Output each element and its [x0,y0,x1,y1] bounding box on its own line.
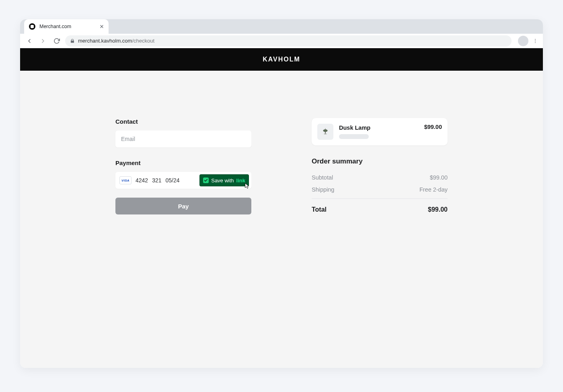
order-summary: Dusk Lamp $99.00 Order summary Subtotal … [312,118,448,352]
subtotal-value: $99.00 [430,174,448,181]
pay-button[interactable]: Pay [115,198,251,214]
card-input-row[interactable]: VISA 4242 321 05/24 Sav [115,172,251,189]
svg-point-7 [324,134,327,135]
summary-title: Order summary [312,157,448,165]
visa-icon: VISA [119,176,132,184]
tab-strip: Merchant.com [20,19,543,34]
product-text: Dusk Lamp [339,125,370,139]
total-label: Total [312,206,327,213]
product-subtext-skeleton [339,134,369,139]
reload-button[interactable] [51,36,62,46]
product-thumbnail [317,124,333,140]
product-price: $99.00 [424,124,442,130]
card-last4: 4242 [136,177,148,184]
lock-icon [70,39,75,43]
visa-text: VISA [121,179,129,182]
save-label: Save with [211,178,234,184]
back-button[interactable] [24,36,35,46]
brand-bar: KAVHOLM [20,48,543,71]
svg-point-5 [323,129,328,132]
card-exp: 05/24 [166,177,180,184]
forward-button[interactable] [38,36,48,46]
menu-button[interactable] [532,36,539,46]
browser-window: Merchant.com merchant.kavholm.com/c [20,19,543,368]
summary-shipping: Shipping Free 2-day [312,186,448,193]
summary-total: Total $99.00 [312,198,448,213]
shipping-label: Shipping [312,186,334,193]
tab-title: Merchant.com [39,24,95,29]
shipping-value: Free 2-day [419,186,448,193]
svg-point-4 [535,42,536,43]
subtotal-label: Subtotal [312,174,333,181]
checkout-form: Contact Payment VISA 4242 321 05/24 [115,118,251,352]
close-icon[interactable] [99,24,105,29]
viewport: Merchant.com merchant.kavholm.com/c [0,0,563,392]
address-url-path: /checkout [132,38,154,44]
link-brand: link [236,178,245,184]
browser-tab[interactable]: Merchant.com [24,19,109,34]
card-cvc: 321 [152,177,161,184]
product-card: Dusk Lamp $99.00 [312,118,448,145]
browser-toolbar: merchant.kavholm.com/checkout [20,34,543,48]
svg-point-2 [535,39,536,39]
save-with-link-button[interactable]: Save with link [199,174,249,186]
svg-rect-6 [325,132,326,134]
address-bar[interactable]: merchant.kavholm.com/checkout [65,35,512,47]
cursor-icon [243,182,251,191]
svg-point-3 [535,41,536,41]
product-name: Dusk Lamp [339,125,370,131]
total-value: $99.00 [428,206,448,213]
brand-name: KAVHOLM [263,56,300,63]
address-url-host: merchant.kavholm.com [78,38,132,44]
favicon-icon [29,23,35,30]
email-field[interactable] [115,131,251,147]
summary-subtotal: Subtotal $99.00 [312,174,448,181]
checkout-columns: Contact Payment VISA 4242 321 05/24 [115,118,448,352]
card-fields: 4242 321 05/24 [136,177,180,184]
profile-avatar[interactable] [518,36,528,46]
address-url: merchant.kavholm.com/checkout [78,38,154,44]
contact-label: Contact [115,118,251,125]
page: KAVHOLM Contact Payment VISA 4242 321 [20,48,543,368]
checkout-content: Contact Payment VISA 4242 321 05/24 [20,71,543,368]
payment-label: Payment [115,159,251,166]
check-icon [203,178,209,183]
